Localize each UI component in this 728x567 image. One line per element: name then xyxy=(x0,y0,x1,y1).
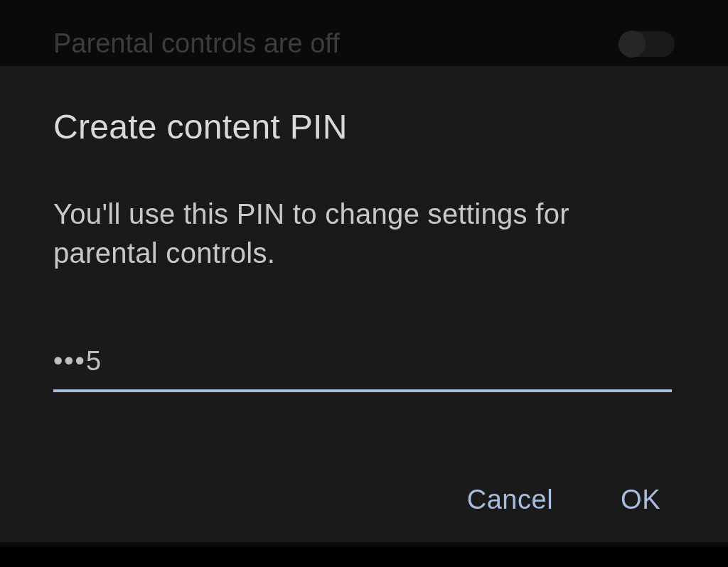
dialog-actions: Cancel OK xyxy=(53,485,675,515)
dialog-title: Create content PIN xyxy=(53,107,675,146)
parental-controls-label: Parental controls are off xyxy=(53,28,340,59)
pin-input[interactable] xyxy=(53,340,672,392)
parental-controls-toggle[interactable] xyxy=(619,31,675,57)
parental-controls-setting-row: Parental controls are off xyxy=(0,28,728,59)
pin-input-container xyxy=(53,340,672,392)
create-pin-dialog: Create content PIN You'll use this PIN t… xyxy=(0,66,728,542)
toggle-thumb xyxy=(619,31,646,58)
cancel-button[interactable]: Cancel xyxy=(467,485,553,515)
dialog-description: You'll use this PIN to change settings f… xyxy=(53,195,675,273)
ok-button[interactable]: OK xyxy=(621,485,660,515)
bottom-bar xyxy=(0,547,728,567)
